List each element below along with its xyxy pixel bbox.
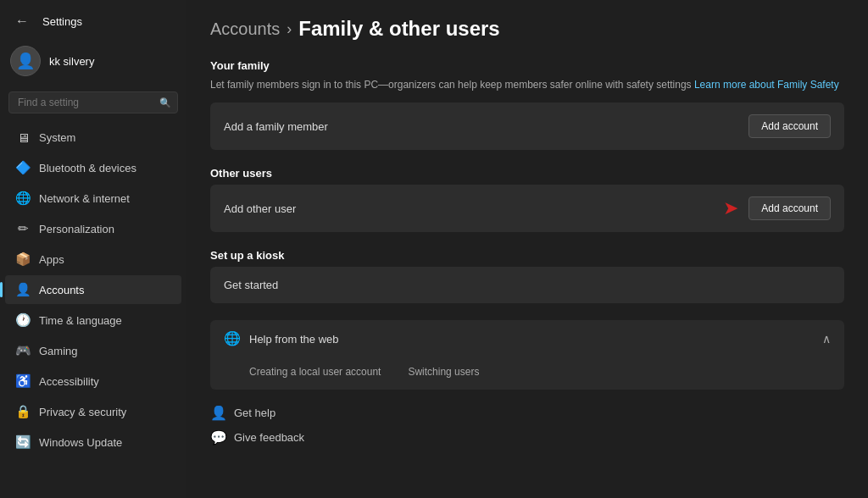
feedback-icon: 💬	[210, 429, 227, 445]
other-users-section: Other users Add other user ➤ Add account	[210, 167, 844, 232]
help-section-title: Help from the web	[249, 333, 339, 346]
privacy-icon: 🔒	[15, 404, 31, 419]
sidebar-item-bluetooth[interactable]: 🔷 Bluetooth & devices	[5, 153, 181, 182]
search-box: 🔍	[8, 91, 178, 113]
help-links: Creating a local user account Switching …	[210, 357, 844, 390]
breadcrumb-parent[interactable]: Accounts	[210, 19, 280, 39]
sidebar-item-time[interactable]: 🕐 Time & language	[5, 306, 181, 335]
accessibility-icon: ♿	[15, 374, 31, 389]
learn-more-link[interactable]: Learn more about Family Safety	[694, 79, 839, 91]
sidebar-item-personalization[interactable]: ✏ Personalization	[5, 214, 181, 243]
sidebar-item-system[interactable]: 🖥 System	[5, 123, 181, 152]
other-users-section-title: Other users	[210, 167, 844, 180]
search-icon: 🔍	[159, 97, 171, 108]
kiosk-section: Set up a kiosk Get started	[210, 249, 844, 303]
help-link-local-account[interactable]: Creating a local user account	[249, 366, 381, 378]
kiosk-row: Get started	[210, 267, 844, 303]
app-title: Settings	[42, 15, 82, 28]
sidebar-item-accessibility[interactable]: ♿ Accessibility	[5, 367, 181, 396]
main-content: Accounts › Family & other users Your fam…	[186, 0, 868, 498]
arrow-indicator: ➤ Add account	[723, 196, 831, 220]
sidebar-header: ← Settings	[0, 0, 186, 39]
globe-icon: 🌐	[224, 330, 241, 347]
get-help-row[interactable]: 👤 Get help	[210, 405, 844, 421]
gaming-icon: 🎮	[15, 343, 31, 358]
sidebar-item-label: Apps	[39, 253, 64, 266]
sidebar-item-apps[interactable]: 📦 Apps	[5, 245, 181, 274]
page-title: Family & other users	[298, 17, 499, 41]
sidebar-item-network[interactable]: 🌐 Network & internet	[5, 184, 181, 213]
get-help-icon: 👤	[210, 405, 227, 421]
family-section-desc: Let family members sign in to this PC—or…	[210, 77, 844, 92]
add-family-member-label: Add a family member	[224, 120, 328, 133]
sidebar-item-accounts[interactable]: 👤 Accounts	[5, 275, 181, 304]
accounts-icon: 👤	[15, 282, 31, 297]
help-link-switching-users[interactable]: Switching users	[408, 366, 479, 378]
network-icon: 🌐	[15, 191, 31, 206]
sidebar: ← Settings 👤 kk silvery 🔍 🖥 System 🔷 Blu…	[0, 0, 186, 498]
kiosk-card: Get started	[210, 267, 844, 303]
add-family-account-button[interactable]: Add account	[748, 114, 831, 138]
breadcrumb: Accounts › Family & other users	[210, 17, 844, 41]
sidebar-item-label: Time & language	[39, 314, 122, 327]
add-family-member-card: Add a family member Add account	[210, 102, 844, 150]
sidebar-item-update[interactable]: 🔄 Windows Update	[5, 428, 181, 456]
give-feedback-row[interactable]: 💬 Give feedback	[210, 429, 844, 445]
help-section-header[interactable]: 🌐 Help from the web ∧	[210, 320, 844, 357]
search-input[interactable]	[8, 91, 178, 113]
sidebar-item-label: Accounts	[39, 284, 84, 296]
personalization-icon: ✏	[15, 221, 31, 236]
user-profile-row: 👤 kk silvery	[0, 39, 186, 88]
back-button[interactable]: ←	[10, 12, 34, 30]
give-feedback-label: Give feedback	[234, 431, 304, 444]
sidebar-item-label: Personalization	[39, 223, 114, 235]
chevron-up-icon: ∧	[822, 332, 831, 346]
sidebar-item-label: Windows Update	[39, 436, 122, 449]
kiosk-section-title: Set up a kiosk	[210, 249, 844, 262]
sidebar-item-label: Privacy & security	[39, 406, 126, 418]
help-header-left: 🌐 Help from the web	[224, 330, 339, 347]
bottom-links: 👤 Get help 💬 Give feedback	[210, 405, 844, 445]
avatar: 👤	[10, 46, 41, 76]
get-help-label: Get help	[234, 407, 275, 419]
time-icon: 🕐	[15, 313, 31, 328]
add-other-user-row: Add other user ➤ Add account	[210, 185, 844, 232]
add-family-member-row: Add a family member Add account	[210, 102, 844, 150]
add-other-user-account-button[interactable]: Add account	[748, 196, 831, 220]
add-other-user-card: Add other user ➤ Add account	[210, 185, 844, 232]
family-section-title: Your family	[210, 59, 844, 72]
sidebar-item-label: Accessibility	[39, 375, 99, 388]
sidebar-item-gaming[interactable]: 🎮 Gaming	[5, 336, 181, 365]
sidebar-item-label: System	[39, 131, 75, 144]
breadcrumb-separator: ›	[287, 20, 292, 38]
sidebar-item-label: Gaming	[39, 345, 78, 357]
bluetooth-icon: 🔷	[15, 160, 31, 175]
update-icon: 🔄	[15, 434, 31, 450]
sidebar-item-label: Network & internet	[39, 192, 130, 205]
add-other-user-label: Add other user	[224, 202, 296, 215]
sidebar-item-label: Bluetooth & devices	[39, 162, 136, 174]
help-from-web-section: 🌐 Help from the web ∧ Creating a local u…	[210, 320, 844, 390]
username: kk silvery	[49, 55, 94, 68]
sidebar-item-privacy[interactable]: 🔒 Privacy & security	[5, 397, 181, 426]
get-started-label: Get started	[224, 279, 278, 291]
family-section: Your family Let family members sign in t…	[210, 59, 844, 150]
red-arrow-icon: ➤	[723, 197, 738, 219]
apps-icon: 📦	[15, 252, 31, 267]
system-icon: 🖥	[15, 130, 31, 145]
